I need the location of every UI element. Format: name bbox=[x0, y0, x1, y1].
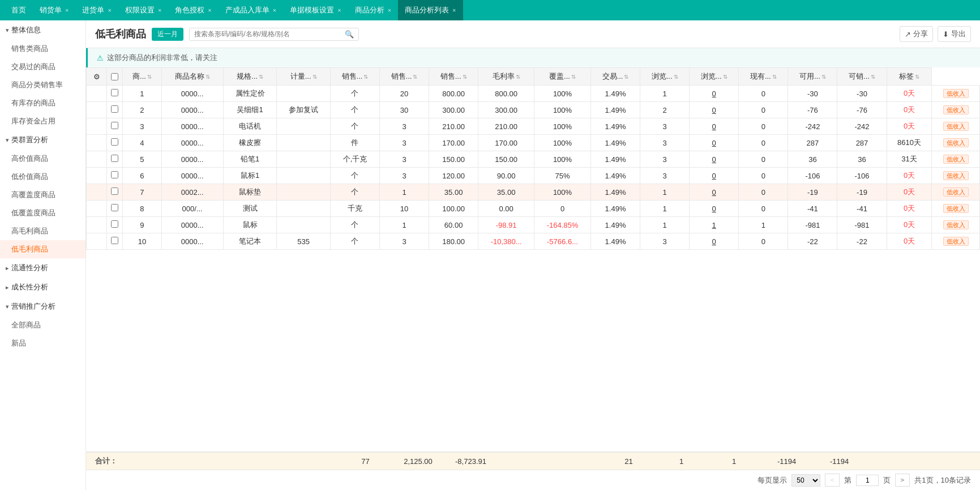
sidebar-item-sales-products[interactable]: 销售类商品 bbox=[0, 40, 85, 58]
share-button[interactable]: ↗ 分享 bbox=[900, 26, 933, 42]
cell-name[interactable]: 电话机 bbox=[223, 118, 277, 135]
search-icon[interactable]: 🔍 bbox=[345, 30, 354, 39]
cell-browse1[interactable]: 0 bbox=[690, 184, 739, 201]
cell-checkbox[interactable] bbox=[107, 151, 123, 168]
col-gross-rate[interactable]: 毛利率 ⇅ bbox=[478, 68, 534, 86]
cell-checkbox[interactable] bbox=[107, 102, 123, 118]
close-icon[interactable]: × bbox=[388, 7, 391, 14]
export-button[interactable]: ⬇ 导出 bbox=[938, 26, 971, 42]
close-icon[interactable]: × bbox=[65, 7, 69, 14]
nav-purchase-order[interactable]: 进货单 × bbox=[75, 0, 118, 20]
nav-product-analysis-list[interactable]: 商品分析列表 × bbox=[398, 0, 463, 20]
cell-browse1[interactable]: 0 bbox=[690, 102, 739, 118]
cell-name[interactable]: 鼠标垫 bbox=[223, 184, 277, 201]
sidebar-item-high-margin[interactable]: 高毛利商品 bbox=[0, 222, 85, 240]
row-checkbox[interactable] bbox=[111, 122, 118, 129]
row-checkbox[interactable] bbox=[111, 220, 118, 228]
sidebar-item-category-sales-rate[interactable]: 商品分类销售率 bbox=[0, 76, 85, 94]
row-checkbox[interactable] bbox=[111, 89, 118, 96]
col-spec[interactable]: 规格... ⇅ bbox=[223, 68, 277, 86]
col-saleable[interactable]: 可销... ⇅ bbox=[837, 68, 887, 86]
cell-name[interactable]: 吴细细1 bbox=[223, 102, 277, 118]
cell-name[interactable]: 属性定价 bbox=[223, 86, 277, 102]
select-all-checkbox[interactable] bbox=[111, 73, 118, 80]
close-icon[interactable]: × bbox=[108, 7, 111, 14]
date-filter-button[interactable]: 近一月 bbox=[152, 28, 183, 41]
nav-home[interactable]: 首页 bbox=[5, 0, 33, 20]
col-sale-amt[interactable]: 销售... ⇅ bbox=[379, 68, 429, 86]
nav-role-auth[interactable]: 角色授权 × bbox=[168, 0, 218, 20]
row-checkbox[interactable] bbox=[111, 237, 118, 244]
per-page-select[interactable]: 50 100 bbox=[791, 474, 820, 487]
col-settings[interactable]: ⚙ bbox=[87, 68, 107, 86]
col-coverage[interactable]: 覆盖... ⇅ bbox=[534, 68, 591, 86]
nav-sales-order[interactable]: 销货单 × bbox=[33, 0, 75, 20]
sidebar-item-low-value[interactable]: 低价值商品 bbox=[0, 168, 85, 186]
cell-checkbox[interactable] bbox=[107, 135, 123, 151]
sidebar-group-circulation-analysis[interactable]: ▸ 流通性分析 bbox=[0, 258, 85, 278]
sidebar-group-marketing-analysis[interactable]: ▾ 营销推广分析 bbox=[0, 297, 85, 316]
sidebar-item-inventory-capital[interactable]: 库存资金占用 bbox=[0, 112, 85, 130]
cell-browse1[interactable]: 0 bbox=[690, 135, 739, 151]
close-icon[interactable]: × bbox=[273, 7, 276, 14]
cell-browse1[interactable]: 0 bbox=[690, 168, 739, 184]
nav-template-settings[interactable]: 单据模板设置 × bbox=[283, 0, 348, 20]
cell-browse1[interactable]: 0 bbox=[690, 201, 739, 217]
col-sale-qty[interactable]: 销售... ⇅ bbox=[330, 68, 379, 86]
sidebar-item-traded-products[interactable]: 交易过的商品 bbox=[0, 58, 85, 76]
row-checkbox[interactable] bbox=[111, 155, 118, 162]
cell-checkbox[interactable] bbox=[107, 201, 123, 217]
cell-checkbox[interactable] bbox=[107, 217, 123, 233]
search-input[interactable] bbox=[194, 30, 343, 38]
sidebar-item-stocked-products[interactable]: 有库存的商品 bbox=[0, 94, 85, 112]
row-checkbox[interactable] bbox=[111, 204, 118, 211]
col-browse1[interactable]: 浏览... ⇅ bbox=[640, 68, 690, 86]
row-checkbox[interactable] bbox=[111, 188, 118, 195]
sidebar-item-all-products[interactable]: 全部商品 bbox=[0, 316, 85, 334]
col-tag[interactable]: 标签 ⇅ bbox=[887, 68, 932, 86]
sidebar-group-growth-analysis[interactable]: ▸ 成长性分析 bbox=[0, 278, 85, 297]
cell-checkbox[interactable] bbox=[107, 233, 123, 250]
sidebar-item-low-margin[interactable]: 低毛利商品 bbox=[0, 240, 85, 258]
cell-browse1[interactable]: 1 bbox=[690, 217, 739, 233]
col-sale-profit[interactable]: 销售... ⇅ bbox=[429, 68, 478, 86]
page-input[interactable] bbox=[856, 475, 879, 486]
col-checkbox[interactable] bbox=[107, 68, 123, 86]
row-checkbox[interactable] bbox=[111, 171, 118, 178]
cell-checkbox[interactable] bbox=[107, 86, 123, 102]
row-checkbox[interactable] bbox=[111, 138, 118, 146]
close-icon[interactable]: × bbox=[337, 7, 341, 14]
col-browse2[interactable]: 浏览... ⇅ bbox=[690, 68, 739, 86]
cell-name[interactable]: 鼠标1 bbox=[223, 168, 277, 184]
cell-browse1[interactable]: 0 bbox=[690, 86, 739, 102]
cell-checkbox[interactable] bbox=[107, 184, 123, 201]
cell-name[interactable]: 橡皮擦 bbox=[223, 135, 277, 151]
cell-browse1[interactable]: 0 bbox=[690, 233, 739, 250]
col-available[interactable]: 可用... ⇅ bbox=[788, 68, 837, 86]
col-code[interactable]: 商... ⇅ bbox=[123, 68, 161, 86]
cell-name[interactable]: 笔记本 bbox=[223, 233, 277, 250]
nav-product-inbound[interactable]: 产成品入库单 × bbox=[219, 0, 283, 20]
nav-product-analysis[interactable]: 商品分析 × bbox=[348, 0, 398, 20]
col-trade-times[interactable]: 交易... ⇅ bbox=[590, 68, 640, 86]
cell-browse1[interactable]: 0 bbox=[690, 151, 739, 168]
sidebar-group-overall-info[interactable]: ▾ 整体信息 bbox=[0, 20, 85, 40]
cell-name[interactable]: 测试 bbox=[223, 201, 277, 217]
next-page-button[interactable]: ＞ bbox=[895, 474, 910, 487]
col-current[interactable]: 现有... ⇅ bbox=[739, 68, 788, 86]
nav-permission-settings[interactable]: 权限设置 × bbox=[118, 0, 168, 20]
cell-name[interactable]: 鼠标 bbox=[223, 217, 277, 233]
close-icon[interactable]: × bbox=[158, 7, 161, 14]
sidebar-item-high-coverage[interactable]: 高覆盖度商品 bbox=[0, 186, 85, 204]
prev-page-button[interactable]: ＜ bbox=[825, 474, 840, 487]
cell-checkbox[interactable] bbox=[107, 118, 123, 135]
close-icon[interactable]: × bbox=[208, 7, 211, 14]
cell-name[interactable]: 铅笔1 bbox=[223, 151, 277, 168]
sidebar-item-low-coverage[interactable]: 低覆盖度商品 bbox=[0, 204, 85, 222]
col-unit[interactable]: 计量... ⇅ bbox=[277, 68, 331, 86]
row-checkbox[interactable] bbox=[111, 105, 118, 113]
sidebar-group-cluster-analysis[interactable]: ▾ 类群置分析 bbox=[0, 130, 85, 150]
sidebar-item-new-products[interactable]: 新品 bbox=[0, 334, 85, 352]
close-icon[interactable]: × bbox=[452, 7, 456, 14]
cell-browse1[interactable]: 0 bbox=[690, 118, 739, 135]
